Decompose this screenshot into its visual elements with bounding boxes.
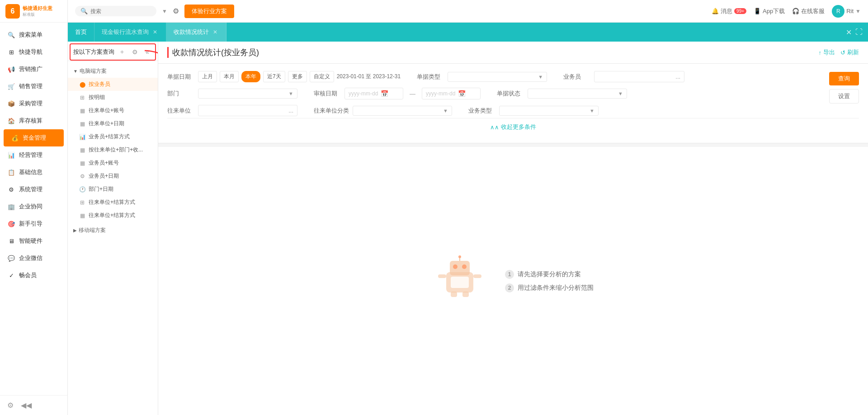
add-scheme-button[interactable]: ＋ (117, 47, 127, 57)
messages-button[interactable]: 🔔 消息 99+ (712, 7, 746, 15)
export-button[interactable]: ↑ 导出 (819, 48, 835, 57)
tabbar-spacer (226, 23, 840, 42)
unit-label: 往来单位 (167, 107, 194, 115)
dept-arrow: ▼ (288, 91, 293, 96)
tree-item-by-detail[interactable]: ⊞ 按明细 (68, 91, 158, 104)
search-input[interactable] (90, 8, 145, 14)
tree-item-unit-dept-recv[interactable]: ▦ 按往来单位+部门+收... (68, 143, 158, 156)
doc-status-select[interactable]: ▼ (528, 89, 627, 99)
tree-section-pc-header[interactable]: ▼ 电脑端方案 (68, 65, 158, 78)
svg-rect-8 (473, 274, 481, 278)
svg-rect-2 (450, 261, 470, 275)
content-area: 按以下方案查询 ＋ ⚙ « ▼ (68, 42, 868, 415)
bell-icon: 🔔 (712, 8, 719, 14)
sidebar-item-guide[interactable]: 🎯 新手引导 (0, 215, 67, 232)
tree-section-pc: ▼ 电脑端方案 ⬤ 按业务员 ⊞ 按明细 ▦ 往来单位+账号 (68, 65, 158, 222)
tab-bank[interactable]: 现金银行流水查询 ✕ (94, 23, 166, 42)
tree-item-unit-account[interactable]: ▦ 往来单位+账号 (68, 104, 158, 117)
sidebar: 6 畅捷通好生意 标准版 🔍 搜索菜单 ⊞ 快捷导航 📢 营销推广 🛒 销售管理… (0, 0, 68, 415)
sidebar-item-operations[interactable]: 📊 经营管理 (0, 146, 67, 164)
date-btn-custom[interactable]: 自定义 (310, 71, 334, 82)
doc-status-label: 单据状态 (497, 90, 524, 98)
search-box[interactable]: 🔍 (75, 6, 156, 16)
close-all-tabs-icon[interactable]: ✕ (846, 28, 852, 37)
sidebar-item-label: 采购管理 (19, 99, 42, 108)
sidebar-item-wechat[interactable]: 💬 企业微信 (0, 250, 67, 267)
review-date-to[interactable]: yyyy-mm-dd 📅 (422, 88, 481, 99)
sidebar-item-capital[interactable]: 💰 资金管理 (4, 129, 64, 146)
sidebar-item-marketing[interactable]: 📢 营销推广 (0, 61, 67, 78)
scheme-settings-button[interactable]: ⚙ (130, 47, 140, 57)
online-service-button[interactable]: 🎧 在线客服 (792, 7, 825, 15)
collapse-panel-button[interactable]: « (142, 47, 152, 57)
tree-item-unit-settle1[interactable]: ⊞ 往来单位+结算方式 (68, 196, 158, 209)
unit-category-filter: 往来单位分类 ▼ (314, 106, 452, 116)
collapse-more-conditions[interactable]: ∧∧ 收起更多条件 (167, 118, 859, 136)
topbar-settings-icon[interactable]: ⚙ (173, 7, 179, 15)
date-btn-more[interactable]: 更多 (288, 71, 307, 82)
calendar-from-icon[interactable]: 📅 (381, 90, 388, 97)
date-btn-this-year[interactable]: 本年 (241, 71, 260, 82)
tab-bank-close[interactable]: ✕ (151, 28, 159, 36)
filter-settings-button[interactable]: 设置 (829, 89, 859, 104)
hardware-icon: 🖥 (7, 237, 15, 245)
review-date-from[interactable]: yyyy-mm-dd 📅 (344, 88, 403, 99)
unit-more-btn[interactable]: ... (288, 107, 293, 114)
avatar: R (832, 5, 844, 18)
salesman-input[interactable]: ... (594, 71, 684, 82)
tab-home[interactable]: 首页 (68, 23, 94, 42)
tree-item-unit-date[interactable]: ▦ 往来单位+日期 (68, 117, 158, 130)
dept-label: 部门 (167, 90, 194, 98)
business-type-select[interactable]: ▼ (499, 106, 599, 116)
maximize-icon[interactable]: ⛶ (855, 28, 863, 36)
salesman-more-btn[interactable]: ... (675, 73, 680, 80)
tree-item-salesman-account[interactable]: ▦ 业务员+账号 (68, 156, 158, 170)
empty-state: 1 请先选择要分析的方案 2 用过滤条件来缩小分析范围 (158, 147, 868, 415)
sidebar-item-system[interactable]: ⚙ 系统管理 (0, 181, 67, 198)
sidebar-item-hardware[interactable]: 🖥 智能硬件 (0, 232, 67, 250)
sidebar-item-purchase[interactable]: 📦 采购管理 (0, 95, 67, 112)
date-btn-this-month[interactable]: 本月 (220, 71, 239, 82)
refresh-button[interactable]: ↺ 刷新 (840, 48, 859, 57)
tree-section-mobile-header[interactable]: ▶ 移动端方案 (68, 224, 158, 237)
home-tab-label: 首页 (75, 28, 87, 36)
sidebar-item-enterprise[interactable]: 🏢 企业协同 (0, 198, 67, 215)
sidebar-item-search[interactable]: 🔍 搜索菜单 (0, 26, 67, 43)
unit-category-select[interactable]: ▼ (353, 106, 452, 116)
tree-item-unit-settle2[interactable]: ▦ 往来单位+结算方式 (68, 209, 158, 222)
unit-input[interactable]: ... (198, 105, 297, 116)
calendar-to-icon[interactable]: 📅 (458, 90, 466, 97)
date-btn-last-month[interactable]: 上月 (198, 71, 217, 82)
tree-item-salesman-settle[interactable]: 📊 业务员+结算方式 (68, 130, 158, 143)
tree-item-label: 往来单位+日期 (89, 120, 124, 127)
doc-type-select[interactable]: ▼ (448, 72, 547, 82)
table-icon: ▦ (79, 107, 86, 114)
svg-rect-9 (451, 292, 457, 297)
settings-icon: ⚙ (79, 173, 86, 180)
sidebar-item-sales[interactable]: 🛒 销售管理 (0, 78, 67, 95)
sidebar-item-basic[interactable]: 📋 基础信息 (0, 164, 67, 181)
left-panel-title: 按以下方案查询 (73, 48, 114, 56)
tree-item-dept-date[interactable]: 🕐 部门+日期 (68, 183, 158, 196)
doc-status-arrow: ▼ (618, 91, 623, 96)
dept-select[interactable]: ▼ (198, 89, 297, 99)
tab-receipt[interactable]: 收款情况统计 ✕ (166, 23, 226, 42)
user-dropdown-arrow[interactable]: ▼ (855, 8, 861, 14)
collapse-sidebar-icon[interactable]: ◀◀ (21, 401, 32, 410)
sidebar-item-label: 基础信息 (19, 168, 42, 176)
trial-button[interactable]: 体验行业方案 (184, 5, 234, 18)
user-avatar[interactable]: R Rit ▼ (832, 5, 861, 18)
tree-item-by-salesman[interactable]: ⬤ 按业务员 (68, 78, 158, 91)
sidebar-item-inventory[interactable]: 🏠 库存核算 (0, 112, 67, 129)
query-button[interactable]: 查询 (829, 72, 859, 85)
tab-receipt-close[interactable]: ✕ (212, 28, 219, 36)
tree-item-salesman-date[interactable]: ⚙ 业务员+日期 (68, 170, 158, 183)
sidebar-item-member[interactable]: ✓ 畅会员 (0, 267, 67, 284)
date-btn-7days[interactable]: 近7天 (263, 71, 285, 82)
filter-row-1: 单据日期 上月 本月 本年 近7天 更多 自定义 2023-01-01 至 20… (167, 71, 829, 82)
settings-footer-icon[interactable]: ⚙ (7, 401, 14, 410)
right-panel: 收款情况统计(按业务员) ↑ 导出 ↺ 刷新 (158, 42, 868, 415)
sidebar-item-quicknav[interactable]: ⊞ 快捷导航 (0, 43, 67, 61)
app-download-button[interactable]: 📱 App下载 (754, 7, 785, 15)
topbar-dropdown-arrow[interactable]: ▼ (162, 8, 167, 14)
